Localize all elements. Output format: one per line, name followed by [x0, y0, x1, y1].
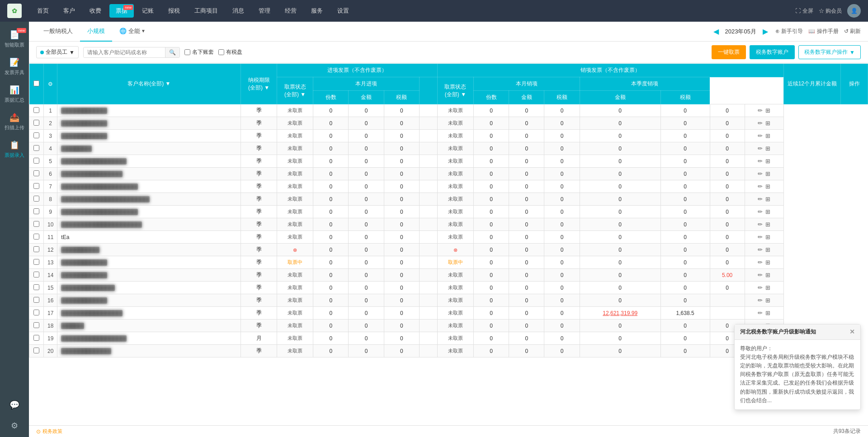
row-checkbox[interactable]: [33, 120, 39, 126]
copy-icon[interactable]: ⊞: [765, 107, 770, 114]
select-all-checkbox[interactable]: [33, 80, 39, 86]
sidebar-item-smart-ticket[interactable]: 📄 智能取票 new: [0, 25, 29, 53]
nav-fee[interactable]: 收费: [83, 4, 108, 18]
tax-digital-account-btn[interactable]: 税务数字账户: [750, 45, 795, 59]
prev-month-btn[interactable]: ◀: [712, 25, 721, 38]
row-checkbox[interactable]: [33, 107, 39, 113]
row-checkbox[interactable]: [33, 272, 39, 277]
copy-icon[interactable]: ⊞: [765, 259, 770, 266]
edit-icon[interactable]: ✏: [758, 183, 763, 190]
edit-icon[interactable]: ✏: [758, 259, 763, 266]
nav-message[interactable]: 消息: [226, 4, 250, 18]
nav-manage[interactable]: 管理: [252, 4, 277, 18]
edit-icon[interactable]: ✏: [758, 208, 763, 215]
row-checkbox[interactable]: [33, 170, 39, 176]
nav-business[interactable]: 工商项目: [188, 4, 224, 18]
popup-close-btn[interactable]: ✕: [849, 328, 855, 335]
edit-icon[interactable]: ✏: [758, 272, 763, 278]
fullscreen-btn[interactable]: ⛶ 全屏: [795, 7, 813, 15]
row-checkbox[interactable]: [33, 310, 39, 315]
th-out-status[interactable]: 取票状态(全部) ▼: [437, 77, 473, 104]
copy-icon[interactable]: ⊞: [765, 221, 770, 228]
user-avatar[interactable]: 👤: [847, 4, 861, 18]
edit-icon[interactable]: ✏: [758, 158, 763, 164]
nav-home[interactable]: 首页: [31, 4, 55, 18]
manual-btn[interactable]: 📖 操作手册: [808, 28, 838, 35]
nav-operation[interactable]: 经营: [278, 4, 303, 18]
tax-disk-checkbox[interactable]: 有税盘: [218, 48, 242, 56]
row-checkbox[interactable]: [33, 259, 39, 265]
row-checkbox[interactable]: [33, 196, 39, 202]
sidebar-chat-btn[interactable]: 💬: [0, 395, 29, 416]
next-month-btn[interactable]: ▶: [761, 25, 770, 38]
copy-icon[interactable]: ⊞: [765, 234, 770, 240]
nav-customer[interactable]: 客户: [57, 4, 81, 18]
row-checkbox[interactable]: [33, 132, 39, 138]
copy-icon[interactable]: ⊞: [765, 132, 770, 139]
sidebar-item-ticket-summary[interactable]: 📊 票据汇总: [0, 80, 29, 108]
edit-icon[interactable]: ✏: [758, 284, 763, 291]
policy-link[interactable]: 税务政策: [42, 428, 62, 435]
edit-icon[interactable]: ✏: [758, 145, 763, 152]
edit-icon[interactable]: ✏: [758, 120, 763, 127]
nav-tax[interactable]: 报税: [162, 4, 186, 18]
sidebar-item-scan-upload[interactable]: 📤 扫描上传: [0, 108, 29, 136]
copy-icon[interactable]: ⊞: [765, 170, 770, 177]
sidebar-item-ticket-entry[interactable]: 📋 票据录入: [0, 136, 29, 163]
edit-icon[interactable]: ✏: [758, 196, 763, 202]
copy-icon[interactable]: ⊞: [765, 310, 770, 316]
row-checkbox[interactable]: [33, 221, 39, 227]
row-checkbox[interactable]: [33, 158, 39, 164]
row-checkbox[interactable]: [33, 246, 39, 252]
th-customer-name[interactable]: 客户名称(全部) ▼: [57, 64, 241, 104]
edit-icon[interactable]: ✏: [758, 310, 763, 316]
row-checkbox[interactable]: [33, 322, 39, 328]
th-in-status[interactable]: 取票状态(全部) ▼: [277, 77, 313, 104]
copy-icon[interactable]: ⊞: [765, 284, 770, 291]
refresh-btn[interactable]: ↺ 刷新: [844, 28, 861, 35]
row-checkbox[interactable]: [33, 208, 39, 214]
tab-all-dropdown[interactable]: ▼: [141, 28, 146, 33]
row-checkbox[interactable]: [33, 348, 39, 353]
copy-icon[interactable]: ⊞: [765, 196, 770, 202]
sub-account-checkbox[interactable]: 名下账套: [184, 48, 214, 56]
customer-search-input[interactable]: [84, 47, 165, 57]
employee-filter[interactable]: 全部员工 ▼: [36, 46, 79, 58]
sidebar-item-invoice-open[interactable]: 📝 发票开具: [0, 53, 29, 80]
row-checkbox[interactable]: [33, 183, 39, 189]
tab-general-taxpayer[interactable]: 一般纳税人: [36, 22, 80, 42]
tax-digital-operation-btn[interactable]: 税务数字账户操作 ▼: [798, 45, 861, 59]
nav-settings[interactable]: 设置: [331, 4, 355, 18]
nav-service[interactable]: 服务: [305, 4, 329, 18]
row-checkbox[interactable]: [33, 335, 39, 341]
edit-icon[interactable]: ✏: [758, 132, 763, 139]
copy-icon[interactable]: ⊞: [765, 120, 770, 127]
row-checkbox[interactable]: [33, 284, 39, 290]
th-tax-period[interactable]: 纳税期限(全部) ▼: [241, 64, 277, 104]
edit-icon[interactable]: ✏: [758, 221, 763, 228]
copy-icon[interactable]: ⊞: [765, 208, 770, 215]
new-guide-btn[interactable]: ⊕ 新手引导: [775, 28, 803, 35]
edit-icon[interactable]: ✏: [758, 234, 763, 240]
row-checkbox[interactable]: [33, 297, 39, 303]
copy-icon[interactable]: ⊞: [765, 297, 770, 304]
sidebar-settings-btn[interactable]: ⚙: [0, 416, 29, 437]
search-btn[interactable]: 🔍: [165, 47, 179, 57]
one-click-ticket-btn[interactable]: 一键取票: [712, 45, 746, 59]
edit-icon[interactable]: ✏: [758, 297, 763, 304]
row-checkbox[interactable]: [33, 234, 39, 240]
copy-icon[interactable]: ⊞: [765, 183, 770, 190]
tab-all[interactable]: 🌐 全能 ▼: [112, 22, 153, 42]
edit-icon[interactable]: ✏: [758, 170, 763, 177]
nav-accounting[interactable]: 记账: [136, 4, 160, 18]
row-checkbox[interactable]: [33, 145, 39, 151]
tab-small-scale[interactable]: 小规模: [80, 22, 112, 42]
edit-icon[interactable]: ✏: [758, 107, 763, 114]
copy-icon[interactable]: ⊞: [765, 246, 770, 253]
sub-account-check[interactable]: [184, 49, 190, 55]
tax-disk-check[interactable]: [218, 49, 224, 55]
copy-icon[interactable]: ⊞: [765, 145, 770, 152]
nav-ticket[interactable]: 票据 new: [109, 4, 134, 18]
vip-btn[interactable]: ☆ 购会员: [819, 7, 842, 15]
copy-icon[interactable]: ⊞: [765, 272, 770, 278]
